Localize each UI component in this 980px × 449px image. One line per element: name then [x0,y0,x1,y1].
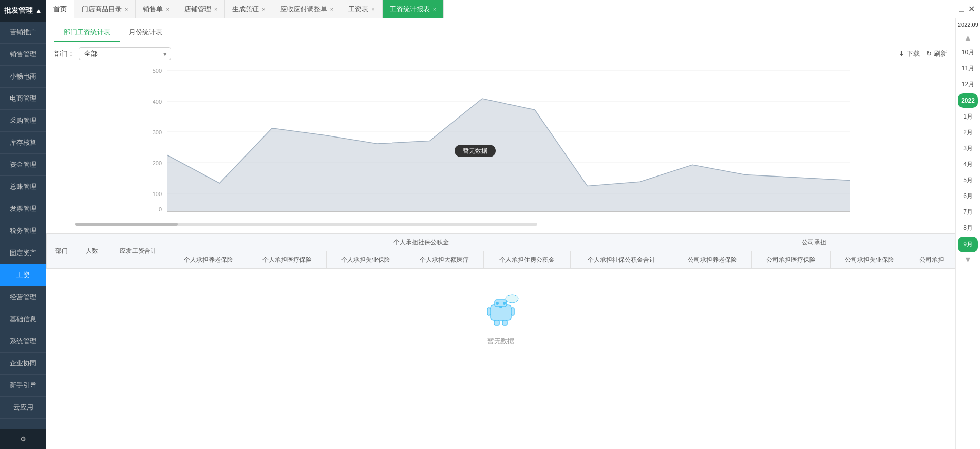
dept-select[interactable]: 全部 [79,47,171,60]
sub-tabs: 部门工资统计表月份统计表 [46,18,955,42]
time-item-11月[interactable]: 11月 [956,61,980,76]
sidebar-item-ecommerce[interactable]: 电商管理 [0,88,46,110]
sidebar-item-ledger[interactable]: 总账管理 [0,176,46,198]
tab-label-payroll: 工资表 [348,5,368,14]
toolbar-row: 部门： 全部 ⬇ 下载 ↻ 刷新 [46,42,955,65]
chart-scrollbar[interactable] [75,223,537,226]
sidebar-item-system[interactable]: 系统管理 [0,330,46,353]
svg-text:暂无数据: 暂无数据 [463,147,487,154]
refresh-icon: ↻ [926,50,932,57]
sidebar-item-marketing[interactable]: 营销推广 [0,22,46,44]
sidebar-item-inventory[interactable]: 库存核算 [0,132,46,154]
sidebar-header-label: 批发管理 [4,6,33,15]
window-close-btn[interactable]: ✕ [968,4,975,14]
main-area: 首页门店商品目录×销售单×店铺管理×生成凭证×应收应付调整单×工资表×工资统计报… [46,0,980,449]
svg-marker-12 [167,99,850,211]
col-total-salary: 应发工资合计 [107,234,169,269]
tab-payroll-stats[interactable]: 工资统计报表× [383,0,444,18]
col-p-housing: 个人承担住房公积金 [484,251,571,269]
col-p-medical: 个人承担医疗保险 [248,251,327,269]
col-company-insurance: 公司承担 [673,234,955,251]
download-icon: ⬇ [899,50,904,57]
tab-ar-ap[interactable]: 应收应付调整单× [273,0,341,18]
tab-close-store-catalog[interactable]: × [125,6,128,12]
tab-label-sales-order: 销售单 [143,5,163,14]
sidebar-item-tax[interactable]: 税务管理 [0,220,46,242]
sidebar-item-cloud[interactable]: 云应用 [0,397,46,419]
dept-select-wrapper[interactable]: 全部 [79,47,171,60]
sidebar-toggle-icon[interactable]: ▲ [35,7,42,15]
tab-close-payroll[interactable]: × [371,6,374,12]
time-item-1月[interactable]: 1月 [956,109,980,125]
time-item-10月[interactable]: 10月 [956,45,980,61]
tab-close-ar-ap[interactable]: × [330,6,333,12]
sidebar-item-enterprise[interactable]: 企业协同 [0,353,46,375]
window-restore-btn[interactable]: □ [959,5,964,14]
tab-store-mgmt[interactable]: 店铺管理× [177,0,225,18]
time-nav-up[interactable]: ▲ [962,31,974,45]
time-panel: 2022.09 ▲ 10月11月12月20221月2月3月4月5月6月7月8月9… [955,18,980,449]
time-item-6月[interactable]: 6月 [956,188,980,204]
svg-rect-21 [511,308,514,315]
time-nav-down[interactable]: ▼ [962,253,974,266]
sidebar-item-ecommerce-small[interactable]: 小畅电商 [0,66,46,88]
no-data-text: 暂无数据 [487,337,514,346]
tab-home[interactable]: 首页 [46,0,74,18]
col-p-total: 个人承担社保公积金合计 [570,251,673,269]
sub-tab-dept-stats[interactable]: 部门工资统计表 [54,24,120,42]
svg-rect-19 [499,306,502,308]
tab-sales-order[interactable]: 销售单× [136,0,177,18]
settings-icon: ⚙ [20,435,26,443]
sidebar-header[interactable]: 批发管理 ▲ [0,0,46,22]
col-c-pension: 公司承担养老保险 [673,251,751,269]
time-item-9月[interactable]: 9月 [958,237,978,252]
tab-label-ar-ap: 应收应付调整单 [280,5,327,14]
download-label: 下载 [907,49,920,58]
sidebar-item-guide[interactable]: 新手引导 [0,375,46,397]
refresh-btn[interactable]: ↻ 刷新 [926,49,947,58]
tab-close-payroll-stats[interactable]: × [433,6,436,12]
tab-label-home: 首页 [53,5,67,14]
tab-close-store-mgmt[interactable]: × [214,6,217,12]
sidebar-settings[interactable]: ⚙ [0,429,46,449]
content-area: 部门工资统计表月份统计表 部门： 全部 ⬇ 下载 [46,18,980,449]
time-item-8月[interactable]: 8月 [956,220,980,236]
tab-close-production-cert[interactable]: × [262,6,265,12]
tab-store-catalog[interactable]: 门店商品目录× [74,0,136,18]
svg-text:200: 200 [153,160,162,166]
svg-text:400: 400 [153,99,162,105]
svg-text:0: 0 [159,206,162,212]
time-item-5月[interactable]: 5月 [956,172,980,188]
svg-text:500: 500 [153,68,162,74]
svg-rect-23 [502,320,507,325]
tab-production-cert[interactable]: 生成凭证× [225,0,273,18]
tab-bar: 首页门店商品目录×销售单×店铺管理×生成凭证×应收应付调整单×工资表×工资统计报… [46,0,980,18]
sidebar-item-invoice[interactable]: 发票管理 [0,198,46,220]
col-personal-insurance: 个人承担社保公积金 [169,234,673,251]
action-buttons: ⬇ 下载 ↻ 刷新 [899,49,947,58]
col-c-medical: 公司承担医疗保险 [751,251,830,269]
time-item-2月[interactable]: 2月 [956,125,980,141]
tab-label-payroll-stats: 工资统计报表 [390,5,430,14]
time-item-4月[interactable]: 4月 [956,157,980,172]
time-item-7月[interactable]: 7月 [956,204,980,220]
col-c-unemployment: 公司承担失业保险 [830,251,909,269]
tab-label-store-catalog: 门店商品目录 [82,5,122,14]
time-item-2022[interactable]: 2022 [958,93,978,108]
svg-text:100: 100 [153,191,162,197]
sidebar-item-assets[interactable]: 固定资产 [0,242,46,264]
time-item-3月[interactable]: 3月 [956,141,980,157]
sidebar-item-finance[interactable]: 资金管理 [0,154,46,176]
tab-payroll[interactable]: 工资表× [341,0,382,18]
tab-close-sales-order[interactable]: × [166,6,169,12]
time-item-12月[interactable]: 12月 [956,76,980,92]
sidebar-item-salary[interactable]: 工资 [0,264,46,286]
filter-row: 部门： 全部 [54,47,171,60]
sidebar-item-sales[interactable]: 销售管理 [0,44,46,66]
sidebar-item-basic[interactable]: 基础信息 [0,308,46,330]
sub-tab-month-stats[interactable]: 月份统计表 [120,24,172,42]
sidebar-item-purchase[interactable]: 采购管理 [0,110,46,132]
tab-bar-end: □ ✕ [959,4,980,14]
download-btn[interactable]: ⬇ 下载 [899,49,920,58]
sidebar-item-operations[interactable]: 经营管理 [0,286,46,308]
